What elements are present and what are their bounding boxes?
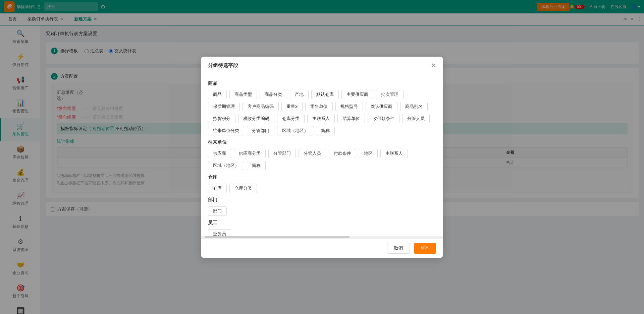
field-batch-mgmt[interactable]: 批次管理	[376, 90, 404, 99]
field-pick-points[interactable]: 拣货积分	[208, 114, 235, 123]
section-dept-tags: 部门	[208, 206, 436, 216]
field-short-name-partner[interactable]: 简称	[247, 161, 266, 170]
section-staff-title: 员工	[208, 220, 436, 226]
section-dept-title: 部门	[208, 197, 436, 203]
field-warehouse-cat[interactable]: 仓库分类	[229, 184, 257, 193]
modal-footer: 取消 查询	[201, 239, 443, 258]
field-tax-code[interactable]: 税收分类编码	[238, 114, 274, 123]
modal-title: 分组待选字段	[208, 62, 238, 69]
modal-header: 分组待选字段 ✕	[201, 57, 443, 75]
field-dept-managed[interactable]: 分管部门	[247, 126, 274, 135]
field-payment-cond[interactable]: 付款条件	[329, 149, 356, 158]
field-goods-category[interactable]: 商品分类	[260, 90, 287, 99]
field-partner-category[interactable]: 往来单位分类	[208, 126, 244, 135]
confirm-button[interactable]: 查询	[414, 243, 436, 254]
section-staff-tags: 业务员	[208, 229, 436, 237]
cancel-button[interactable]: 取消	[387, 243, 410, 254]
section-warehouse-title: 仓库	[208, 174, 436, 180]
field-main-contact[interactable]: 主联系人	[307, 114, 335, 123]
field-dept-partner[interactable]: 分管部门	[268, 149, 296, 158]
field-selection-modal: 分组待选字段 ✕ 商品 商品 商品类型 商品分类 产地 默认仓库 主要供应商 批…	[201, 57, 443, 258]
field-main-supplier[interactable]: 主要供应商	[341, 90, 373, 99]
field-origin[interactable]: 产地	[290, 90, 309, 99]
field-short-name-goods[interactable]: 简称	[316, 126, 335, 135]
section-partner-title: 往来单位	[208, 139, 436, 145]
field-supervisor[interactable]: 分管人员	[402, 114, 430, 123]
field-staff-partner[interactable]: 分管人员	[299, 149, 326, 158]
field-warehouse[interactable]: 仓库	[208, 184, 227, 193]
field-weight[interactable]: 重量3	[281, 102, 303, 111]
field-region-goods[interactable]: 区域（地区）	[277, 126, 313, 135]
field-goods-alias[interactable]: 商品别名	[400, 102, 428, 111]
field-salesperson[interactable]: 业务员	[208, 229, 231, 237]
field-supplier-category[interactable]: 供应商分类	[234, 149, 266, 158]
field-settlement-unit[interactable]: 结算单位	[337, 114, 365, 123]
field-default-supplier[interactable]: 默认供应商	[366, 102, 397, 111]
field-contact-partner[interactable]: 主联系人	[380, 149, 408, 158]
section-partner-tags: 供应商 供应商分类 分管部门 分管人员 付款条件 地区 主联系人 区域（地区） …	[208, 149, 436, 170]
section-warehouse-tags: 仓库 仓库分类	[208, 184, 436, 193]
field-dept[interactable]: 部门	[208, 206, 227, 216]
scrollbar-thumb	[205, 236, 350, 238]
field-supplier[interactable]: 供应商	[208, 149, 231, 158]
field-region-partner[interactable]: 区域（地区）	[208, 161, 244, 170]
field-goods-type[interactable]: 商品类型	[229, 90, 257, 99]
field-spec-model[interactable]: 规格型号	[335, 102, 363, 111]
field-default-warehouse[interactable]: 默认仓库	[311, 90, 339, 99]
field-payment-terms[interactable]: 收付款条件	[368, 114, 399, 123]
field-quality-mgmt[interactable]: 保质期管理	[208, 102, 240, 111]
modal-close-btn[interactable]: ✕	[431, 62, 436, 69]
section-goods-title: 商品	[208, 80, 436, 86]
field-retail-unit[interactable]: 零售单位	[305, 102, 333, 111]
field-customer-code[interactable]: 客户商品编码	[243, 102, 279, 111]
section-goods-tags: 商品 商品类型 商品分类 产地 默认仓库 主要供应商 批次管理 保质期管理 客户…	[208, 90, 436, 135]
modal-overlay[interactable]: 分组待选字段 ✕ 商品 商品 商品类型 商品分类 产地 默认仓库 主要供应商 批…	[0, 0, 644, 314]
field-goods[interactable]: 商品	[208, 90, 227, 99]
field-warehouse-category[interactable]: 仓库分类	[277, 114, 305, 123]
field-area[interactable]: 地区	[359, 149, 378, 158]
modal-body: 商品 商品 商品类型 商品分类 产地 默认仓库 主要供应商 批次管理 保质期管理…	[201, 75, 443, 237]
